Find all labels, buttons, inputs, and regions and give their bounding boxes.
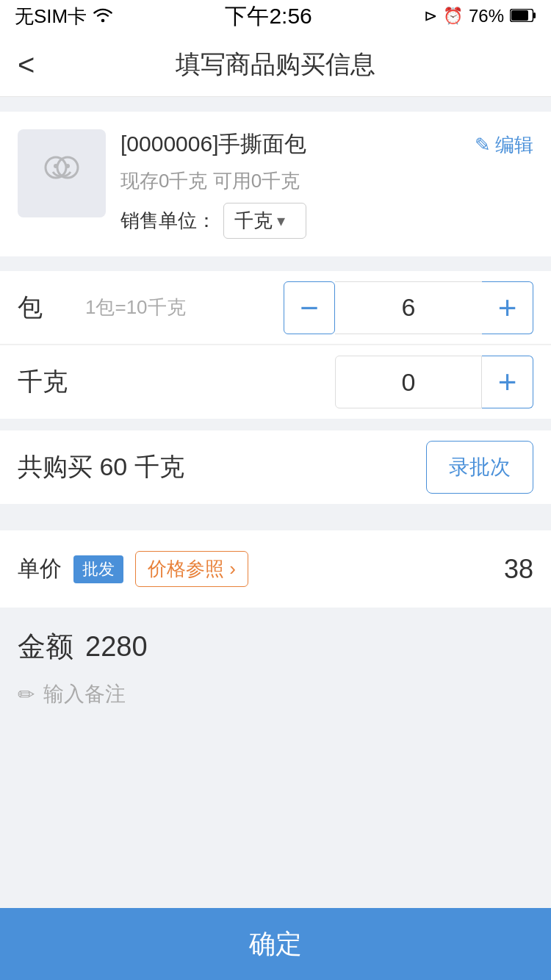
amount-value: 2280	[85, 631, 148, 663]
status-left: 无SIM卡	[15, 4, 113, 29]
alarm-icon: ⏰	[443, 7, 463, 26]
svg-point-6	[65, 164, 70, 168]
product-unit: 销售单位： 千克 ▾	[120, 203, 533, 239]
product-name: [0000006]手撕面包	[120, 129, 533, 159]
dropdown-arrow-icon: ▾	[277, 212, 285, 231]
unit-label: 销售单位：	[120, 208, 216, 234]
record-batch-button[interactable]: 录批次	[426, 441, 533, 494]
bottom-spacer	[0, 754, 551, 843]
divider-1	[0, 256, 551, 271]
price-row: 单价 批发 价格参照 › 38	[18, 551, 533, 587]
edit-icon: ✎	[475, 134, 491, 156]
svg-rect-2	[533, 12, 536, 18]
nav-bar: < 填写商品购买信息	[0, 32, 551, 97]
kg-plus-button[interactable]: +	[482, 356, 533, 408]
time-label: 下午2:56	[225, 1, 311, 32]
edit-button[interactable]: ✎ 编辑	[475, 132, 533, 158]
price-section: 单价 批发 价格参照 › 38	[0, 530, 551, 608]
bao-qty-control: − +	[284, 281, 533, 334]
product-thumbnail	[18, 129, 106, 217]
kg-qty-input[interactable]	[335, 356, 482, 408]
divider-2	[0, 419, 551, 430]
status-bar: 无SIM卡 下午2:56 ⊳ ⏰ 76%	[0, 0, 551, 32]
kg-row: 千克 +	[0, 345, 551, 419]
kg-label: 千克	[18, 365, 76, 399]
kg-input-section: 千克 +	[0, 345, 551, 419]
page-title: 填写商品购买信息	[176, 48, 375, 82]
note-edit-icon: ✏	[18, 682, 35, 707]
total-row: 共购买 60 千克 录批次	[0, 430, 551, 504]
divider-3	[0, 504, 551, 516]
unit-dropdown[interactable]: 千克 ▾	[223, 203, 306, 239]
bao-row: 包 1包=10千克 − +	[0, 271, 551, 345]
kg-control: +	[335, 356, 533, 408]
bao-input-section: 包 1包=10千克 − +	[0, 271, 551, 345]
wifi-icon	[93, 5, 113, 28]
note-row[interactable]: ✏ 输入备注	[18, 680, 533, 708]
unit-value: 千克	[234, 208, 273, 234]
price-ref-button[interactable]: 价格参照 ›	[135, 551, 248, 587]
amount-section: 金额 2280 ✏ 输入备注	[0, 608, 551, 754]
bao-qty-input[interactable]	[335, 281, 482, 334]
product-info: [0000006]手撕面包 现存0千克 可用0千克 销售单位： 千克 ▾	[120, 129, 533, 239]
location-icon: ⊳	[424, 7, 437, 26]
svg-point-5	[54, 164, 58, 168]
back-button[interactable]: <	[18, 50, 35, 79]
bao-plus-button[interactable]: +	[482, 281, 533, 334]
total-label: 共购买 60 千克	[18, 450, 426, 484]
status-right: ⊳ ⏰ 76%	[424, 6, 536, 26]
battery-icon	[510, 6, 536, 26]
confirm-button[interactable]: 确定	[0, 908, 551, 980]
price-badge: 批发	[73, 555, 123, 583]
svg-rect-1	[511, 10, 528, 21]
bao-sub-label: 1包=10千克	[85, 295, 284, 320]
price-value: 38	[504, 554, 533, 585]
battery-label: 76%	[469, 6, 504, 26]
product-card: [0000006]手撕面包 现存0千克 可用0千克 销售单位： 千克 ▾ ✎ 编…	[0, 112, 551, 256]
carrier-label: 无SIM卡	[15, 4, 87, 29]
amount-row: 金额 2280	[18, 628, 533, 666]
price-label: 单价	[18, 554, 62, 584]
product-stock: 现存0千克 可用0千克	[120, 168, 533, 194]
note-placeholder: 输入备注	[43, 680, 126, 708]
bao-label: 包	[18, 291, 76, 325]
amount-label: 金额	[18, 628, 73, 666]
bao-minus-button[interactable]: −	[284, 281, 335, 334]
